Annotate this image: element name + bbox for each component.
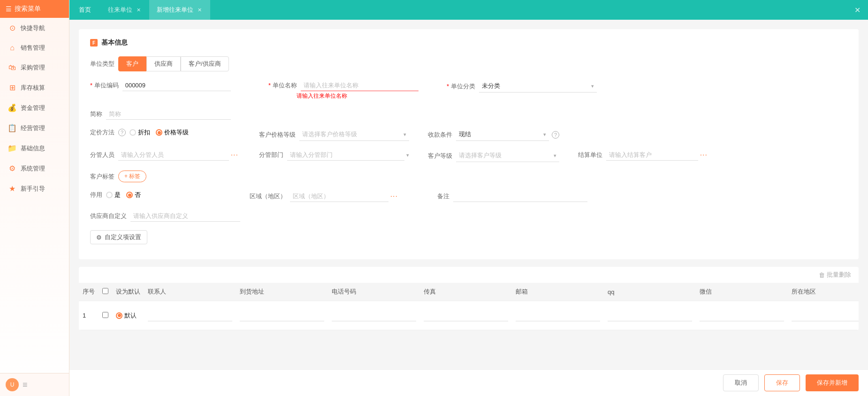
department-input[interactable] — [287, 149, 404, 161]
unit-code-input[interactable] — [122, 80, 231, 91]
radio-discount[interactable]: 折扣 — [129, 128, 150, 137]
col-address: 到货地址 — [236, 283, 328, 301]
chevron-down-icon: ▾ — [591, 83, 594, 89]
disable-label: 停用 — [90, 191, 102, 199]
manager-input[interactable] — [118, 149, 229, 161]
type-btn-both[interactable]: 客户/供应商 — [181, 56, 229, 71]
sidebar-item-sales[interactable]: ⌂ 销售管理 — [0, 38, 69, 58]
radio-price-level[interactable]: 价格等级 — [156, 128, 189, 137]
unit-category-select[interactable]: 未分类 ▾ — [479, 80, 597, 93]
save-new-button[interactable]: 保存并新增 — [806, 374, 859, 391]
customer-price-placeholder: 请选择客户价格等级 — [302, 130, 402, 139]
col-no: 序号 — [79, 283, 99, 301]
custom-settings-label: 自定义项设置 — [105, 233, 141, 241]
unit-type-label: 单位类型 — [90, 60, 114, 68]
sidebar-search[interactable]: ☰ 搜索菜单 — [0, 0, 69, 18]
section-title-text: 基本信息 — [101, 39, 128, 47]
sidebar-item-label: 资金管理 — [21, 104, 45, 112]
col-qq: qq — [604, 283, 696, 301]
settlement-input[interactable] — [606, 149, 698, 161]
tab-new-partner-close[interactable]: ✕ — [196, 7, 203, 13]
region-table-input[interactable] — [792, 310, 859, 321]
save-button[interactable]: 保存 — [764, 374, 800, 391]
col-checkbox — [99, 283, 112, 301]
radio-price-level-label: 价格等级 — [164, 128, 189, 137]
add-tag-button[interactable]: + 标签 — [118, 171, 146, 182]
cancel-button[interactable]: 取消 — [723, 374, 759, 391]
radio-yes-circle — [106, 192, 113, 198]
unit-name-input[interactable] — [301, 80, 419, 91]
region-field: 区域（地区） ··· — [250, 191, 400, 202]
pricing-help-icon[interactable]: ? — [118, 129, 126, 136]
col-wechat: 微信 — [696, 283, 788, 301]
select-all-checkbox[interactable] — [102, 288, 108, 294]
pricing-row: 定价方法 ? 折扣 价格等级 客户价格等级 — [90, 128, 847, 141]
radio-disable-yes[interactable]: 是 — [106, 191, 121, 199]
payment-select[interactable]: 现结 ▾ — [456, 128, 549, 141]
sidebar-item-operations[interactable]: 📋 经营管理 — [0, 118, 69, 138]
cell-wechat[interactable] — [696, 301, 788, 330]
operations-icon: 📋 — [8, 124, 17, 132]
cell-email[interactable] — [512, 301, 604, 330]
sidebar-item-system[interactable]: ⚙ 系统管理 — [0, 158, 69, 179]
phone-input[interactable] — [332, 310, 416, 321]
cell-fax[interactable] — [420, 301, 512, 330]
settlement-more-button[interactable]: ··· — [698, 151, 709, 159]
batch-delete-button[interactable]: 🗑 批量删除 — [819, 271, 851, 279]
supplier-custom-label: 供应商自定义 — [90, 212, 127, 220]
new-guide-icon: ★ — [8, 184, 17, 193]
contact-input[interactable] — [148, 310, 232, 321]
unit-type-button-group: 客户 供应商 客户/供应商 — [118, 56, 229, 71]
tab-new-partner[interactable]: 新增往来单位 ✕ — [149, 0, 210, 20]
sidebar-item-inventory[interactable]: ⊞ 库存核算 — [0, 78, 69, 98]
remark-input[interactable] — [453, 191, 587, 202]
short-name-row: 简称 — [90, 109, 847, 120]
row-checkbox[interactable] — [102, 312, 108, 318]
cell-qq[interactable] — [604, 301, 696, 330]
sidebar-item-new-guide[interactable]: ★ 新手引导 — [0, 179, 69, 199]
unit-category-field: 单位分类 未分类 ▾ — [447, 80, 597, 93]
tab-partner-close[interactable]: ✕ — [135, 7, 142, 13]
type-btn-customer[interactable]: 客户 — [118, 56, 146, 71]
sidebar-item-label: 销售管理 — [21, 44, 45, 52]
sidebar-item-quick-nav[interactable]: ⊙ 快捷导航 — [0, 18, 69, 38]
cell-default[interactable]: 默认 — [112, 301, 144, 330]
tab-home[interactable]: 首页 — [69, 0, 100, 20]
sidebar-item-basic-info[interactable]: 📁 基础信息 — [0, 138, 69, 158]
sidebar-item-purchase[interactable]: 🛍 采购管理 — [0, 58, 69, 78]
cell-contact[interactable] — [144, 301, 236, 330]
sidebar-item-finance[interactable]: 💰 资金管理 — [0, 98, 69, 118]
short-name-input[interactable] — [106, 109, 231, 120]
sidebar-item-label: 经营管理 — [21, 124, 45, 132]
radio-yes-label: 是 — [114, 191, 121, 199]
cell-address[interactable] — [236, 301, 328, 330]
type-btn-supplier[interactable]: 供应商 — [146, 56, 181, 71]
region-more-button[interactable]: ··· — [388, 192, 400, 201]
department-chevron-icon: ▾ — [406, 152, 409, 158]
address-input[interactable] — [240, 310, 324, 321]
customer-price-select[interactable]: 请选择客户价格等级 ▾ — [299, 128, 409, 141]
radio-disable-no[interactable]: 否 — [126, 191, 141, 199]
close-all-tabs-button[interactable]: ✕ — [847, 6, 868, 15]
tab-bar: 首页 往来单位 ✕ 新增往来单位 ✕ ✕ — [69, 0, 868, 20]
manager-label: 分管人员 — [90, 151, 114, 159]
wechat-input[interactable] — [700, 310, 784, 321]
custom-settings-button[interactable]: ⚙ 自定义项设置 — [90, 230, 147, 244]
disable-row: 停用 是 否 区域（地区） — [90, 191, 847, 202]
radio-discount-label: 折扣 — [138, 128, 150, 137]
region-input[interactable] — [290, 191, 388, 202]
cell-region[interactable] — [788, 301, 859, 330]
qq-input[interactable] — [608, 310, 692, 321]
radio-default[interactable]: 默认 — [116, 311, 140, 320]
supplier-custom-input[interactable] — [130, 210, 240, 222]
manager-more-button[interactable]: ··· — [229, 151, 240, 159]
cell-phone[interactable] — [328, 301, 420, 330]
batch-delete-label: 批量删除 — [827, 271, 851, 279]
fax-input[interactable] — [424, 310, 508, 321]
email-input[interactable] — [516, 310, 600, 321]
payment-help-icon[interactable]: ? — [552, 131, 559, 139]
tab-partner[interactable]: 往来单位 ✕ — [100, 0, 149, 20]
radio-default-label: 默认 — [124, 311, 137, 320]
customer-level-select[interactable]: 请选择客户等级 ▾ — [456, 149, 559, 162]
radio-price-level-circle — [156, 129, 162, 136]
